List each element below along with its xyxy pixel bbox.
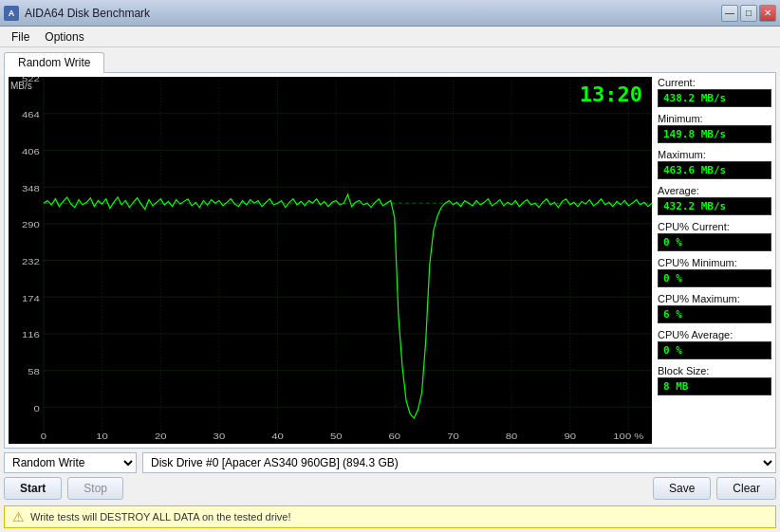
maximum-value: 463.6 MB/s	[658, 161, 771, 179]
current-label: Current:	[658, 77, 771, 88]
minimum-value: 149.8 MB/s	[658, 125, 771, 143]
tab-bar: Random Write	[4, 51, 776, 72]
start-button[interactable]: Start	[4, 477, 62, 500]
svg-text:58: 58	[28, 366, 40, 376]
cpu-current-label: CPU% Current:	[658, 221, 771, 232]
warning-text: Write tests will DESTROY ALL DATA on the…	[30, 511, 291, 523]
cpu-average-label: CPU% Average:	[658, 329, 771, 340]
minimize-button[interactable]: —	[721, 5, 738, 22]
svg-text:60: 60	[389, 431, 401, 441]
svg-text:0: 0	[34, 402, 40, 413]
chart-svg: 522 464 406 348 290 232 174 116 58 0 0 1…	[9, 77, 652, 444]
menu-file[interactable]: File	[4, 28, 37, 46]
maximize-button[interactable]: □	[740, 5, 757, 22]
stat-current: Current: 438.2 MB/s	[658, 77, 771, 107]
bottom-controls: Random Write Disk Drive #0 [Apacer AS340…	[4, 452, 776, 528]
warning-bar: ⚠ Write tests will DESTROY ALL DATA on t…	[4, 505, 776, 528]
cpu-maximum-value: 6 %	[658, 305, 771, 323]
chart-canvas: MB/s 13:20	[9, 77, 652, 444]
minimum-label: Minimum:	[658, 113, 771, 124]
menu-options[interactable]: Options	[37, 28, 91, 46]
svg-text:174: 174	[22, 292, 40, 303]
cpu-average-value: 0 %	[658, 341, 771, 359]
average-label: Average:	[658, 185, 771, 196]
stat-average: Average: 432.2 MB/s	[658, 185, 771, 215]
clear-button[interactable]: Clear	[716, 477, 776, 500]
title-bar: A AIDA64 Disk Benchmark — □ ✕	[0, 0, 780, 27]
chart-container: MB/s 13:20	[9, 77, 652, 444]
stat-cpu-average: CPU% Average: 0 %	[658, 329, 771, 359]
svg-text:232: 232	[22, 256, 40, 266]
svg-text:20: 20	[155, 431, 167, 441]
block-size-value: 8 MB	[658, 377, 771, 395]
save-button[interactable]: Save	[653, 477, 711, 500]
average-value: 432.2 MB/s	[658, 197, 771, 215]
app-icon: A	[4, 6, 19, 21]
warning-icon: ⚠	[12, 509, 25, 524]
time-display: 13:20	[580, 83, 642, 106]
stats-panel: Current: 438.2 MB/s Minimum: 149.8 MB/s …	[658, 77, 771, 444]
cpu-minimum-value: 0 %	[658, 269, 771, 287]
mbs-unit-label: MB/s	[10, 81, 32, 91]
stat-block-size: Block Size: 8 MB	[658, 365, 771, 395]
svg-text:348: 348	[22, 182, 40, 193]
stat-minimum: Minimum: 149.8 MB/s	[658, 113, 771, 143]
svg-text:406: 406	[22, 146, 40, 156]
title-bar-controls: — □ ✕	[721, 5, 776, 22]
stat-cpu-minimum: CPU% Minimum: 0 %	[658, 257, 771, 287]
title-bar-left: A AIDA64 Disk Benchmark	[4, 6, 150, 21]
tab-random-write[interactable]: Random Write	[4, 52, 104, 73]
svg-text:80: 80	[506, 431, 518, 441]
svg-text:30: 30	[214, 431, 226, 441]
menu-bar: File Options	[0, 27, 780, 47]
controls-row2: Start Stop Save Clear	[4, 477, 776, 500]
close-button[interactable]: ✕	[759, 5, 776, 22]
window-title: AIDA64 Disk Benchmark	[25, 7, 150, 20]
main-window: Random Write MB/s 13:20	[0, 47, 780, 532]
cpu-maximum-label: CPU% Maximum:	[658, 293, 771, 304]
block-size-label: Block Size:	[658, 365, 771, 376]
svg-text:10: 10	[96, 431, 108, 441]
cpu-minimum-label: CPU% Minimum:	[658, 257, 771, 268]
svg-text:0: 0	[41, 431, 46, 441]
stop-button[interactable]: Stop	[67, 477, 123, 500]
cpu-current-value: 0 %	[658, 233, 771, 251]
disk-dropdown[interactable]: Disk Drive #0 [Apacer AS340 960GB] (894.…	[142, 452, 776, 473]
svg-text:90: 90	[564, 431, 576, 441]
svg-text:290: 290	[22, 219, 40, 229]
stat-cpu-current: CPU% Current: 0 %	[658, 221, 771, 251]
controls-row1: Random Write Disk Drive #0 [Apacer AS340…	[4, 452, 776, 473]
stat-maximum: Maximum: 463.6 MB/s	[658, 149, 771, 179]
svg-text:116: 116	[22, 329, 40, 339]
stat-cpu-maximum: CPU% Maximum: 6 %	[658, 293, 771, 323]
svg-text:70: 70	[447, 431, 459, 441]
svg-text:40: 40	[271, 431, 284, 441]
test-type-dropdown[interactable]: Random Write	[4, 452, 137, 473]
current-value: 438.2 MB/s	[658, 89, 771, 107]
content-area: MB/s 13:20	[4, 72, 776, 449]
svg-text:50: 50	[330, 431, 343, 441]
svg-text:100 %: 100 %	[613, 431, 644, 441]
maximum-label: Maximum:	[658, 149, 771, 160]
svg-text:464: 464	[22, 109, 40, 119]
